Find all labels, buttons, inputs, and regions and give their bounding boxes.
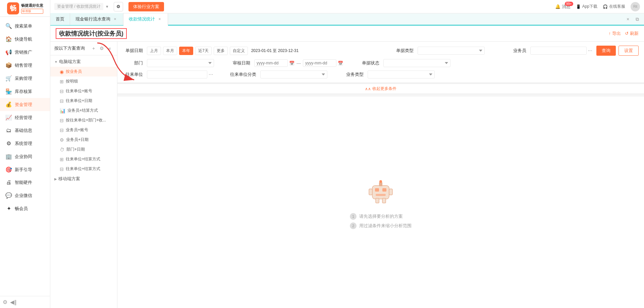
scheme-header-label: 按以下方案查询: [54, 45, 85, 51]
trial-button[interactable]: 体验行业方案: [128, 2, 164, 11]
notification-button[interactable]: 🔔 消息 99+: [555, 4, 571, 10]
sidebar-item-finance-label: 资金管理: [15, 102, 32, 108]
export-button[interactable]: ↑ 导出: [609, 31, 621, 37]
salesman-more-icon[interactable]: ···: [588, 48, 592, 54]
review-date-to-calendar-icon[interactable]: 📅: [338, 61, 343, 66]
collapse-bar[interactable]: ∧∧ 收起更多条件: [117, 84, 644, 94]
tab-close-all-button[interactable]: ×: [624, 15, 632, 23]
scheme-settings-icon[interactable]: ⚙: [98, 45, 105, 52]
biz-type-select[interactable]: [368, 70, 435, 79]
group-toggle-mobile: ▶: [54, 177, 57, 181]
collapse-sidebar-icon[interactable]: ◀‖: [10, 299, 17, 305]
sidebar-item-marketing-label: 营销推广: [15, 49, 32, 55]
filter-actions: 查询 设置: [596, 46, 639, 56]
settings-icon-btn[interactable]: ⚙: [114, 2, 123, 11]
sidebar-item-purchase[interactable]: 🛒 采购管理: [0, 72, 50, 85]
bill-type-label: 单据类型: [393, 48, 414, 54]
bill-type-select[interactable]: [418, 47, 485, 55]
query-button[interactable]: 查询: [596, 46, 616, 56]
sidebar-item-inventory-label: 库存核算: [15, 89, 32, 95]
sidebar-item-marketing[interactable]: 📢 营销推广: [0, 46, 50, 59]
sidebar-item-search[interactable]: 🔍 搜索菜单: [0, 19, 50, 33]
sidebar-item-finance[interactable]: 💰 资金管理: [0, 98, 50, 111]
date-btn-this-year[interactable]: 本年: [179, 47, 193, 55]
tab-bank-flow-close[interactable]: ×: [112, 16, 118, 22]
tab-home[interactable]: 首页: [50, 13, 70, 25]
svg-rect-3: [376, 194, 386, 196]
filter-area: 单据日期 上月 本月 本年 近7天 更多 自定义 2023-01-01 至 20…: [117, 42, 644, 83]
sidebar-item-wechat[interactable]: 💬 企业微信: [0, 189, 50, 202]
sidebar-item-quicknav[interactable]: 🏠 快捷导航: [0, 33, 50, 46]
tab-restore-button[interactable]: ⧉: [633, 15, 641, 23]
svg-rect-1: [375, 188, 379, 192]
breadcrumb-area: 资金管理 / 收款情况统计 ▾ ⚙ 体验行业方案: [54, 2, 555, 11]
date-btn-more[interactable]: 更多: [214, 47, 228, 55]
scheme-item-salesman-settlement[interactable]: 📊 业务员+结算方式: [50, 106, 117, 115]
sidebar-item-enterprise[interactable]: 🏢 企业协同: [0, 150, 50, 163]
review-date-to-input[interactable]: [303, 59, 336, 67]
counterparty-label: 往来单位: [123, 71, 143, 78]
scheme-item-dept-date-label: 部门+日期: [66, 147, 85, 152]
bell-icon: 🔔: [555, 4, 560, 9]
active-item-icon: ◉: [60, 69, 64, 74]
add-scheme-icon[interactable]: +: [90, 45, 97, 52]
date-btn-last-month[interactable]: 上月: [147, 47, 161, 55]
bill-status-select[interactable]: [383, 59, 450, 67]
review-date-from-input[interactable]: [254, 59, 288, 67]
sidebar-item-vip[interactable]: ✦ 畅会员: [0, 202, 50, 215]
tab-collection-stats[interactable]: 收款情况统计 ×: [123, 13, 168, 25]
sidebar-item-guide[interactable]: 🎯 新手引导: [0, 163, 50, 176]
sidebar-item-hardware[interactable]: 🖨 智能硬件: [0, 176, 50, 189]
counterparty-more-icon[interactable]: ···: [209, 71, 213, 78]
collapse-panel-icon[interactable]: «: [106, 45, 113, 52]
home-icon: 🏠: [5, 36, 12, 42]
scheme-item-cp-settlement1[interactable]: ⊞ 往来单位+结算方式: [50, 154, 117, 164]
review-date-from-calendar-icon[interactable]: 📅: [289, 61, 294, 66]
sidebar-item-system[interactable]: ⚙ 系统管理: [0, 137, 50, 150]
tab-bank-flow-label: 现金银行流水查询: [75, 16, 110, 22]
scheme-item-cp-settlement2[interactable]: ⊟ 往来单位+结算方式: [50, 164, 117, 174]
counterparty-input[interactable]: [147, 70, 207, 79]
app-download-button[interactable]: 📱 App下载: [576, 4, 597, 9]
inventory-icon: 🏪: [5, 88, 12, 95]
marketing-icon: 📢: [5, 49, 12, 55]
salesman-input[interactable]: [530, 47, 587, 55]
cp-category-select[interactable]: [260, 70, 327, 79]
biz-type-label: 业务类型: [343, 71, 364, 78]
scheme-item-salesman-date[interactable]: ⚙ 业务员+日期: [50, 135, 117, 145]
sidebar-item-sales-label: 销售管理: [15, 62, 32, 68]
scheme-item-counterparty-account[interactable]: ⊟ 往来单位+账号: [50, 86, 117, 96]
user-avatar[interactable]: Rit: [631, 2, 640, 11]
sidebar-item-inventory[interactable]: 🏪 库存核算: [0, 85, 50, 98]
scheme-item-by-detail[interactable]: ⊞ 按明细: [50, 76, 117, 86]
online-service-button[interactable]: 🎧 在线客服: [603, 4, 625, 9]
download-icon: 📱: [576, 4, 581, 9]
scheme-group-pc[interactable]: ▼ 电脑端方案: [50, 57, 117, 67]
scheme-item-by-salesman[interactable]: ◉ 按业务员: [50, 67, 117, 76]
scheme-item-counterparty-date[interactable]: ⊟ 往来单位+日期: [50, 96, 117, 106]
settings-icon-bottom[interactable]: ⚙: [3, 299, 7, 305]
counterparty-date-icon: ⊟: [60, 98, 64, 104]
finance-icon: 💰: [5, 101, 12, 108]
date-btn-custom[interactable]: 自定义: [230, 47, 248, 55]
sidebar-item-sales[interactable]: 📦 销售管理: [0, 59, 50, 72]
sidebar-item-operations[interactable]: 📈 经营管理: [0, 111, 50, 124]
tab-bank-flow[interactable]: 现金银行流水查询 ×: [70, 13, 123, 25]
sidebar-item-basic[interactable]: 🗂 基础信息: [0, 124, 50, 137]
breadcrumb-dropdown-icon[interactable]: ▾: [106, 4, 108, 9]
date-btn-7days[interactable]: 近7天: [195, 47, 212, 55]
refresh-button[interactable]: ↺ 刷新: [625, 31, 639, 37]
system-icon: ⚙: [5, 140, 12, 147]
tip-num-1: 1: [350, 213, 357, 220]
scheme-item-counterparty-dept[interactable]: ⊟ 按往来单位+部门+收...: [50, 115, 117, 125]
scheme-item-salesman-account[interactable]: ⊟ 业务员+账号: [50, 125, 117, 135]
date-btn-this-month[interactable]: 本月: [163, 47, 177, 55]
enterprise-icon: 🏢: [5, 153, 12, 160]
vip-icon: ✦: [5, 205, 12, 212]
scheme-group-mobile[interactable]: ▶ 移动端方案: [50, 174, 117, 184]
tab-collection-stats-close[interactable]: ×: [157, 16, 162, 22]
dept-select[interactable]: [147, 59, 214, 67]
tip-num-2: 2: [350, 222, 357, 229]
scheme-item-dept-date[interactable]: ⏱ 部门+日期: [50, 145, 117, 154]
settings-button[interactable]: 设置: [619, 46, 639, 56]
